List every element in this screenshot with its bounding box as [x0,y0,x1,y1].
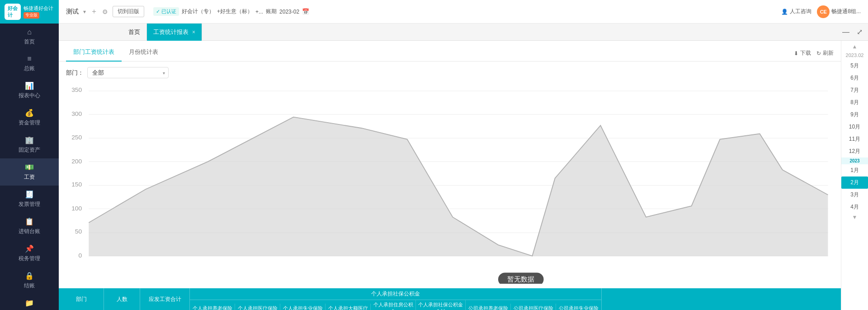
sidebar-item-label: 发票管理 [19,200,40,208]
month-jan[interactable]: 1月 [841,164,868,176]
sidebar-logo: 好会计 畅捷通好会计 专业版 [0,0,59,24]
dept-filter-wrapper: 全部 销售部 财务部 行政部 技术部 ▾ [87,67,169,78]
filter-label: 部门： [66,69,84,77]
consult-button[interactable]: 👤 人工咨询 [781,8,811,15]
svg-text:350: 350 [71,87,82,94]
sidebar-item-assets[interactable]: 🏢 固定资产 [0,131,59,158]
sidebar-item-invoice[interactable]: 🧾 发票管理 [0,186,59,213]
month-10[interactable]: 10月 [841,121,868,133]
sidebar-item-label: 结账 [24,282,35,290]
col-personal-unemployment: 个人承担失业保险 [280,304,326,310]
panel-down-arrow[interactable]: ▼ [851,213,859,221]
sidebar-nav: ⌂ 首页 ≡ 总账 📊 报表中心 💰 资金管理 🏢 固定资产 💵 工资 🧾 发票… [0,24,59,310]
account-type2: +好生意（标） [217,8,253,15]
panel-up-arrow[interactable]: ▲ [851,43,859,51]
sidebar-item-ledger[interactable]: ≡ 总账 [0,50,59,77]
month-7[interactable]: 7月 [841,84,868,96]
period-label: 账期 [266,8,277,15]
switch-version-button[interactable]: 切到旧版 [113,6,144,17]
col-company-unemployment: 公司承担失业保险 [556,304,601,310]
col-headcount: 人数 [104,288,140,310]
company-name: 测试 [66,8,79,16]
account-type1: 好会计（专） [182,8,214,15]
month-6[interactable]: 6月 [841,72,868,84]
refresh-button[interactable]: ↻ 刷新 [816,49,834,57]
reports-icon: 📊 [25,81,34,90]
month-mar[interactable]: 3月 [841,189,868,201]
sidebar-item-label: 总账 [24,65,35,72]
content-main: 部门工资统计表 月份统计表 ⬇ 下载 ↻ 刷新 [59,41,841,310]
col-group-label: 个人承担社保公积金 [190,288,601,300]
month-12[interactable]: 12月 [841,145,868,157]
user-menu-button[interactable]: CE 畅捷通8组... [817,5,861,18]
svg-text:100: 100 [71,205,82,212]
dropdown-arrow-icon[interactable]: ▾ [83,9,86,15]
col-personal-pension: 个人承担养老保险 [190,304,235,310]
month-feb[interactable]: 2月 [841,176,868,189]
sidebar-item-tax[interactable]: 📌 税务管理 [0,240,59,267]
svg-text:150: 150 [71,181,82,188]
col-group-subs: 个人承担养老保险 个人承担医疗保险 个人承担失业保险 个人承担大额医疗 个人承担 [190,300,601,310]
content-area: 部门工资统计表 月份统计表 ⬇ 下载 ↻ 刷新 [59,41,868,310]
svg-text:暂无数据: 暂无数据 [507,276,535,283]
sidebar-item-close[interactable]: 🔒 结账 [0,267,59,294]
purchase-icon: 📋 [25,217,34,226]
subtab-monthly[interactable]: 月份统计表 [122,45,165,62]
add-button[interactable]: ＋ [90,7,98,16]
sidebar-item-label: 工资 [24,173,35,181]
logo-badge: 专业版 [24,12,39,19]
tabbar: 首页 工资统计报表 × — ⤢ [59,24,868,41]
month-9[interactable]: 9月 [841,109,868,121]
tabbar-right: — ⤢ [840,26,868,38]
tab-close-icon[interactable]: × [192,29,195,35]
filter-bar: 部门： 全部 销售部 财务部 行政部 技术部 ▾ [59,62,841,84]
consult-icon: 👤 [781,9,788,15]
funds-icon: 💰 [25,109,34,117]
svg-text:300: 300 [71,110,82,117]
subtabs: 部门工资统计表 月份统计表 ⬇ 下载 ↻ 刷新 [59,41,841,62]
dept-filter-select[interactable]: 全部 销售部 财务部 行政部 技术部 [87,67,169,78]
sidebar-item-archive[interactable]: 📁 归档管理 [0,294,59,310]
sidebar-item-home[interactable]: ⌂ 首页 [0,24,59,50]
month-5[interactable]: 5月 [841,60,868,72]
invoice-icon: 🧾 [25,190,34,199]
sidebar-item-label: 税务管理 [19,255,40,262]
col-dept: 部门 [59,288,104,310]
col-personal-medical: 个人承担医疗保险 [235,304,280,310]
svg-text:200: 200 [71,158,82,165]
topbar: 测试 ▾ ＋ ⚙ 切到旧版 ✓ ✓已认证已认证 好会计（专） +好生意（标） +… [59,0,868,24]
refresh-icon: ↻ [816,50,821,57]
period-value: 2023-02 [279,9,299,15]
certified-badge: ✓ ✓已认证已认证 [153,7,179,16]
close-account-icon: 🔒 [25,272,34,280]
tab-salary-report[interactable]: 工资统计报表 × [147,24,202,41]
col-personal-major-medical: 个人承担大额医疗 [326,304,371,310]
topbar-right: 👤 人工咨询 CE 畅捷通8组... [781,5,861,18]
year-2023: 2023 [841,157,868,164]
month-11[interactable]: 11月 [841,133,868,145]
col-company-medical: 公司承担医疗保险 [511,304,556,310]
month-8[interactable]: 8月 [841,96,868,109]
download-button[interactable]: ⬇ 下载 [794,49,811,57]
col-personal-housing-fund: 个人承担住房公积金 [371,300,416,310]
sidebar-item-label: 报表中心 [19,92,40,100]
minimize-icon[interactable]: — [840,26,851,38]
sidebar-item-reports[interactable]: 📊 报表中心 [0,77,59,104]
main-content: 测试 ▾ ＋ ⚙ 切到旧版 ✓ ✓已认证已认证 好会计（专） +好生意（标） +… [59,0,868,310]
subtab-dept[interactable]: 部门工资统计表 [66,45,122,62]
sidebar-item-salary[interactable]: 💵 工资 [0,158,59,186]
tab-home[interactable]: 首页 [122,24,147,41]
sidebar-item-label: 固定资产 [19,146,40,154]
archive-icon: 📁 [25,299,34,307]
settings-button[interactable]: ⚙ [102,8,108,15]
sidebar-item-funds[interactable]: 💰 资金管理 [0,104,59,131]
month-apr[interactable]: 4月 [841,201,868,213]
tax-icon: 📌 [25,244,34,253]
subtabs-actions: ⬇ 下载 ↻ 刷新 [794,49,834,57]
logo-icon: 好会计 [5,4,21,20]
calendar-icon[interactable]: 📅 [302,8,309,15]
maximize-icon[interactable]: ⤢ [855,26,864,38]
logo-title: 畅捷通好会计 [24,5,53,11]
avatar: CE [817,5,830,18]
sidebar-item-purchase[interactable]: 📋 进销台账 [0,213,59,240]
